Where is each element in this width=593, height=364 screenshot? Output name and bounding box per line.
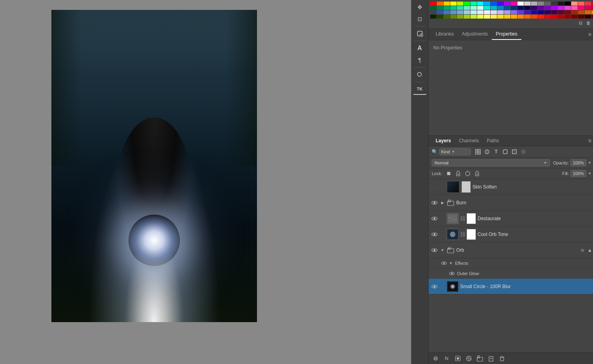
color-swatch[interactable]	[578, 10, 584, 14]
color-panel-grid-btn[interactable]: ⊟	[577, 20, 584, 26]
color-swatch[interactable]	[511, 15, 517, 19]
effect-row-effects[interactable]: ▼ Effects	[429, 258, 593, 268]
color-swatch[interactable]	[591, 6, 593, 10]
library-tool[interactable]	[413, 28, 427, 39]
color-swatch[interactable]	[565, 15, 571, 19]
color-swatch[interactable]	[531, 2, 537, 6]
properties-panel-menu[interactable]: ≡	[588, 31, 591, 38]
type-tool[interactable]: A	[413, 43, 427, 54]
color-swatch[interactable]	[524, 10, 531, 14]
color-swatch[interactable]	[585, 10, 591, 14]
color-swatch[interactable]	[544, 15, 551, 19]
lock-all-btn[interactable]	[474, 170, 481, 177]
delete-layer-btn[interactable]	[498, 355, 506, 362]
lock-position-btn[interactable]	[455, 170, 462, 177]
color-swatch[interactable]	[578, 6, 584, 10]
tab-layers[interactable]: Layers	[432, 136, 455, 146]
fill-value[interactable]: 100%	[570, 170, 586, 177]
color-swatch[interactable]	[430, 10, 436, 14]
filter-smart-btn[interactable]	[510, 148, 518, 156]
color-swatch[interactable]	[457, 6, 463, 10]
color-swatch[interactable]	[544, 10, 551, 14]
chain-cool-orb-tone[interactable]: ⛓	[460, 231, 465, 238]
color-swatch[interactable]	[484, 15, 490, 19]
color-swatch[interactable]	[544, 2, 551, 6]
color-swatch[interactable]	[437, 10, 443, 14]
selection-tool[interactable]: ⊡	[413, 13, 427, 25]
color-swatch[interactable]	[511, 2, 517, 6]
color-swatch[interactable]	[444, 15, 450, 19]
color-swatch[interactable]	[538, 10, 544, 14]
visibility-skin-soften[interactable]: ·	[431, 183, 438, 190]
color-swatch[interactable]	[571, 10, 578, 14]
color-swatch[interactable]	[531, 10, 537, 14]
color-swatch[interactable]	[464, 10, 470, 14]
color-swatch[interactable]	[511, 10, 517, 14]
tk-tool[interactable]: TK	[413, 84, 427, 95]
color-swatch[interactable]	[551, 10, 557, 14]
opacity-value[interactable]: 100%	[570, 159, 586, 166]
visibility-burn[interactable]	[431, 199, 438, 206]
color-swatch[interactable]	[531, 15, 537, 19]
color-swatch[interactable]	[591, 2, 593, 6]
color-swatch[interactable]	[504, 10, 510, 14]
tab-channels[interactable]: Channels	[455, 136, 483, 146]
color-swatch[interactable]	[531, 6, 537, 10]
color-swatch[interactable]	[477, 10, 483, 14]
color-swatch[interactable]	[491, 6, 497, 10]
new-fill-adjustment-btn[interactable]	[465, 355, 473, 362]
color-swatch[interactable]	[464, 15, 470, 19]
color-swatch[interactable]	[437, 15, 443, 19]
expand-orb[interactable]: ▼	[440, 247, 445, 253]
color-swatch[interactable]	[430, 15, 436, 19]
color-swatch[interactable]	[524, 2, 531, 6]
color-swatch[interactable]	[470, 15, 477, 19]
color-swatch[interactable]	[457, 15, 463, 19]
color-swatch[interactable]	[491, 2, 497, 6]
color-swatch[interactable]	[565, 2, 571, 6]
layer-row-small-circle[interactable]: Small Circle - 100R Blur	[429, 279, 593, 294]
color-swatch[interactable]	[444, 2, 450, 6]
color-swatch[interactable]	[591, 15, 593, 19]
color-swatch[interactable]	[477, 15, 483, 19]
color-swatch[interactable]	[457, 2, 463, 6]
expand-effects[interactable]: ▼	[449, 261, 453, 265]
add-mask-btn[interactable]	[454, 355, 462, 362]
color-swatch[interactable]	[484, 10, 490, 14]
add-style-btn[interactable]: fx	[443, 355, 451, 362]
color-swatch[interactable]	[524, 15, 531, 19]
visibility-effects[interactable]	[440, 260, 448, 267]
color-swatch[interactable]	[444, 6, 450, 10]
visibility-cool-orb-tone[interactable]	[431, 231, 438, 238]
lock-pixels-btn[interactable]	[445, 170, 452, 177]
color-swatch[interactable]	[470, 10, 477, 14]
layer-row-burn[interactable]: ▶ Burn	[429, 195, 593, 211]
color-swatch[interactable]	[450, 6, 457, 10]
color-swatch[interactable]	[571, 15, 578, 19]
tab-properties[interactable]: Properties	[492, 29, 521, 40]
filter-pixel-btn[interactable]	[474, 148, 482, 156]
layer-row-desaturate[interactable]: ⛓ Destaurate	[429, 211, 593, 226]
color-swatch[interactable]	[538, 6, 544, 10]
filter-shape-btn[interactable]	[501, 148, 509, 156]
color-swatch[interactable]	[578, 15, 584, 19]
move-tool[interactable]: ✥	[413, 2, 427, 13]
link-layers-btn[interactable]	[432, 355, 440, 362]
color-swatch[interactable]	[585, 6, 591, 10]
color-swatch[interactable]	[571, 2, 578, 6]
color-swatch[interactable]	[538, 15, 544, 19]
color-swatch[interactable]	[437, 6, 443, 10]
layer-row-cool-orb-tone[interactable]: ⛓ Cool Orb Tone	[429, 226, 593, 242]
tab-adjustments[interactable]: Adjustments	[458, 29, 492, 40]
visibility-small-circle[interactable]	[431, 283, 438, 290]
color-swatch[interactable]	[558, 6, 564, 10]
visibility-outer-glow[interactable]	[448, 270, 455, 277]
layer-row-orb[interactable]: ▼ Orb fx ▲	[429, 242, 593, 258]
filter-toggle-dot[interactable]	[521, 150, 525, 154]
paragraph-tool[interactable]: ¶	[413, 55, 427, 66]
color-swatch[interactable]	[497, 15, 504, 19]
layer-row-skin-soften[interactable]: · Skin Soften	[429, 179, 593, 195]
color-swatch[interactable]	[565, 10, 571, 14]
layers-panel-menu[interactable]: ≡	[588, 138, 591, 144]
color-swatch[interactable]	[585, 2, 591, 6]
